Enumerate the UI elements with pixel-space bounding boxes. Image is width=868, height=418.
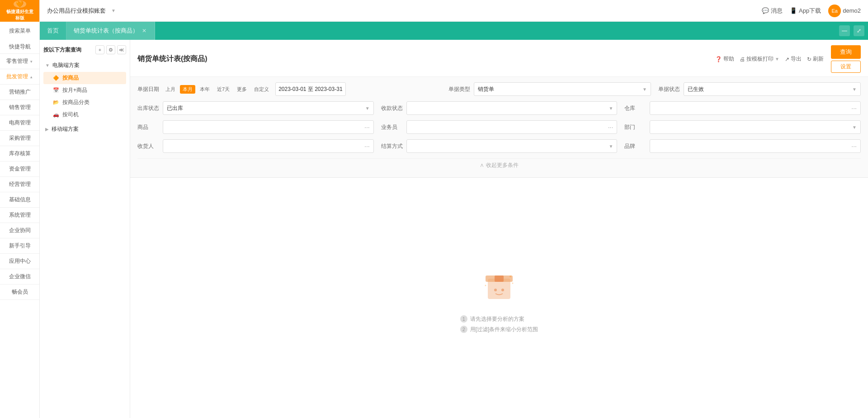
goods-icon: 🔶 <box>52 75 60 82</box>
filter-item-goods-label: 按商品 <box>62 74 79 82</box>
filter-item-by-month-goods[interactable]: 📅 按月+商品 <box>43 84 126 96</box>
filter-item-by-driver[interactable]: 🚗 按司机 <box>43 109 126 121</box>
docstatus-input[interactable]: 已生效 ▼ <box>684 82 861 96</box>
receiver-input[interactable]: ··· <box>163 139 374 153</box>
date-tab-more[interactable]: 更多 <box>234 85 250 94</box>
message-btn[interactable]: 💬 消息 <box>762 7 783 15</box>
svg-rect-2 <box>495 276 504 282</box>
app-logo: 🧡 畅捷通好生意 标版 <box>0 0 39 22</box>
date-range-control: 上月 本月 本年 近7天 更多 自定义 2023-03-01 至 2023-03… <box>163 82 441 96</box>
docstatus-label: 单据状态 <box>658 86 684 93</box>
mobile-arrow-icon: ▶ <box>45 127 49 132</box>
avatar: Ea <box>828 5 841 17</box>
date-tab-7days[interactable]: 近7天 <box>214 85 232 94</box>
sidebar-item-retail[interactable]: 零售管理 ▼ <box>0 54 39 69</box>
sidebar-item-apps[interactable]: 应用中心 <box>0 254 39 269</box>
stock-label: 仓库 <box>624 104 650 112</box>
filter-row-4: 收货人 ··· 结算方式 ▼ 品牌 <box>137 139 861 153</box>
filter-field-docstatus: 单据状态 已生效 ▼ <box>658 82 861 96</box>
payment-input[interactable]: ▼ <box>406 139 618 153</box>
stock-input[interactable]: ··· <box>650 101 861 115</box>
app-download-btn[interactable]: 📱 App下载 <box>790 7 821 15</box>
filter-field-collection: 收款状态 ▼ <box>381 101 618 115</box>
sidebar-item-basic[interactable]: 基础信息 <box>0 192 39 208</box>
filter-section-pc-header[interactable]: ▼ 电脑端方案 <box>43 59 126 72</box>
tab-report[interactable]: 销货单统计表（按商品） ✕ <box>66 22 155 40</box>
export-btn[interactable]: ↗ 导出 <box>785 55 802 63</box>
filter-section-pc: ▼ 电脑端方案 🔶 按商品 📅 按月+商品 📂 按商品分类 🚗 按司 <box>43 59 126 121</box>
tip-text-1: 请先选择要分析的方案 <box>470 315 524 323</box>
section-arrow-icon: ▼ <box>45 63 50 68</box>
sidebar-item-marketing[interactable]: 营销推广 <box>0 85 39 100</box>
date-input[interactable]: 2023-03-01 至 2023-03-31 <box>275 82 345 96</box>
print-icon: 🖨 <box>740 56 745 62</box>
filter-item-by-category[interactable]: 📂 按商品分类 <box>43 96 126 109</box>
sidebar-item-ecommerce[interactable]: 电商管理 <box>0 115 39 131</box>
section-mobile-label: 移动端方案 <box>52 125 79 133</box>
collection-input[interactable]: ▼ <box>406 101 618 115</box>
right-content: 销货单统计表(按商品) ❓ 帮助 🖨 按模板打印 ▼ ↗ <box>130 40 868 418</box>
print-btn[interactable]: 🖨 按模板打印 ▼ <box>740 55 779 63</box>
brand-input[interactable]: ··· <box>650 139 861 153</box>
sidebar-item-system[interactable]: 系统管理 <box>0 208 39 223</box>
sidebar-item-operation[interactable]: 经营管理 <box>0 177 39 192</box>
svg-point-7 <box>485 285 486 286</box>
sidebar-item-wechat[interactable]: 企业微信 <box>0 269 39 285</box>
page-header-right: ❓ 帮助 🖨 按模板打印 ▼ ↗ 导出 ↻ <box>715 45 861 73</box>
settings-button[interactable]: 设置 <box>831 61 861 73</box>
empty-tip-2: 2 用[过滤]条件来缩小分析范围 <box>460 326 538 333</box>
message-icon: 💬 <box>762 7 769 14</box>
payment-label: 结算方式 <box>381 142 406 150</box>
filter-field-receiver: 收货人 ··· <box>137 139 374 153</box>
filter-panel-title: 按以下方案查询 <box>43 46 81 54</box>
brand-label: 品牌 <box>624 142 650 150</box>
filter-collapse-btn[interactable]: ≪ <box>117 45 126 54</box>
empty-state: 1 请先选择要分析的方案 2 用[过滤]条件来缩小分析范围 <box>130 178 868 418</box>
filter-item-by-goods[interactable]: 🔶 按商品 <box>43 72 126 84</box>
tab-minimize-btn[interactable]: — <box>839 25 850 36</box>
topbar-dropdown-icon[interactable]: ▼ <box>111 8 116 13</box>
goods-input[interactable]: ··· <box>163 120 374 134</box>
sidebar-item-sales[interactable]: 销售管理 <box>0 100 39 115</box>
date-tab-last-month[interactable]: 上月 <box>163 85 178 94</box>
search-menu-label[interactable]: 搜索菜单 <box>3 25 37 37</box>
filter-section-mobile-header[interactable]: ▶ 移动端方案 <box>43 123 126 136</box>
tabbar-actions: — ⤢ <box>839 25 868 36</box>
tab-close-icon[interactable]: ✕ <box>141 27 147 35</box>
warehouse-status-input[interactable]: 已出库 ▼ <box>163 101 374 115</box>
sidebar-item-newbie[interactable]: 新手引导 <box>0 238 39 254</box>
salesman-input[interactable]: ··· <box>406 120 618 134</box>
sidebar-item-inventory[interactable]: 库存核算 <box>0 146 39 162</box>
user-avatar-area[interactable]: Ea demo2 <box>828 5 861 17</box>
filter-settings-btn[interactable]: ⚙ <box>106 45 115 54</box>
refresh-label: 刷新 <box>813 55 824 63</box>
tab-maximize-btn[interactable]: ⤢ <box>854 25 864 36</box>
filter-add-btn[interactable]: + <box>95 45 104 54</box>
sidebar-quick-nav[interactable]: 快捷导航 <box>0 40 39 54</box>
refresh-btn[interactable]: ↻ 刷新 <box>807 55 824 63</box>
sidebar-item-enterprise[interactable]: 企业协同 <box>0 223 39 238</box>
topbar-title: 办公用品行业模拟账套 <box>47 7 106 15</box>
doctype-input[interactable]: 销货单 ▼ <box>474 82 651 96</box>
help-btn[interactable]: ❓ 帮助 <box>715 55 734 63</box>
sidebar-item-wholesale[interactable]: 批发管理 ▲ <box>0 69 39 85</box>
sidebar-item-finance[interactable]: 资金管理 <box>0 162 39 177</box>
collection-label: 收款状态 <box>381 104 406 112</box>
sidebar-item-member[interactable]: 畅会员 <box>0 285 39 300</box>
svg-point-5 <box>509 276 511 277</box>
action-buttons: 查询 设置 <box>831 45 861 73</box>
dept-input[interactable]: ▼ <box>650 120 861 134</box>
date-tab-this-month[interactable]: 本月 <box>180 85 195 94</box>
tab-home[interactable]: 首页 <box>40 22 66 40</box>
filter-field-salesman: 业务员 ··· <box>381 120 618 134</box>
date-label: 单据日期 <box>137 86 163 93</box>
sidebar-item-purchase[interactable]: 采购管理 <box>0 131 39 146</box>
collapse-bar[interactable]: ∧ 收起更多条件 <box>137 158 861 172</box>
date-tab-custom[interactable]: 自定义 <box>251 85 272 94</box>
query-button[interactable]: 查询 <box>831 45 861 59</box>
filter-field-warehouse-status: 出库状态 已出库 ▼ <box>137 101 374 115</box>
date-tab-this-year[interactable]: 本年 <box>197 85 212 94</box>
tip-num-2: 2 <box>460 326 467 333</box>
sidebar-search-section: 搜索菜单 <box>0 22 39 40</box>
doctype-chevron-icon: ▼ <box>642 87 647 92</box>
